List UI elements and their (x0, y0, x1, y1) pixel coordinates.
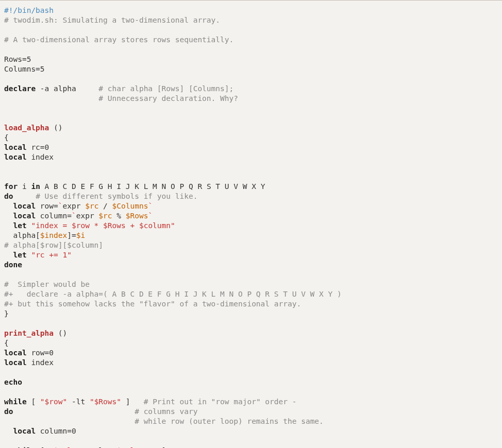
keyword-do: do (4, 192, 13, 200)
text: column= (36, 212, 72, 220)
keyword-while: while (4, 398, 27, 406)
keyword-declare: declare (4, 84, 36, 93)
pad (4, 212, 13, 220)
keyword-echo: echo (4, 378, 22, 386)
shebang-mark: #! (4, 6, 13, 14)
number: 0 (45, 143, 49, 151)
keyword-local: local (13, 202, 36, 210)
text: alpha[ (13, 231, 40, 239)
string: "$Rows" (90, 398, 121, 406)
keyword-local: local (4, 349, 27, 357)
pad (4, 94, 98, 102)
comment: # columns vary (135, 407, 197, 416)
backtick: ` (72, 212, 76, 220)
pad (4, 221, 13, 230)
comment: # char alpha [Rows] [Columns]; (98, 84, 233, 93)
comment: # twodim.sh: Simulating a two-dimensiona… (4, 16, 220, 24)
pad (13, 407, 135, 416)
brace: } (4, 309, 9, 318)
comment: #+ declare -a alpha=( A B C D E F G H I … (4, 290, 342, 298)
keyword-done: done (4, 261, 22, 269)
number: 5 (27, 55, 31, 63)
keyword-local: local (4, 143, 27, 151)
text: row= (36, 202, 58, 210)
variable: $Columns (112, 202, 148, 210)
brace: { (4, 133, 9, 142)
code-block: #!/bin/bash # twodim.sh: Simulating a tw… (4, 6, 498, 448)
text: / (98, 202, 112, 210)
pad (4, 231, 13, 239)
comment: #+ but this somehow lacks the "flavor" o… (4, 300, 301, 308)
keyword-local: local (13, 427, 36, 435)
string: "$row" (40, 398, 67, 406)
function-name: print_alpha (4, 329, 54, 337)
text: row= (27, 349, 49, 357)
number: 0 (72, 427, 76, 435)
text: rc= (27, 143, 45, 151)
text: expr (63, 202, 86, 210)
text: i (18, 182, 31, 191)
assign: Rows= (4, 55, 27, 63)
text: ] (121, 398, 144, 406)
pad (4, 202, 13, 210)
comment: # Print out in "row major" order - (144, 398, 297, 406)
text: index (27, 153, 54, 161)
text: -lt (67, 398, 90, 406)
variable: $rc (85, 202, 98, 210)
comment: # alpha[$row][$column] (4, 241, 103, 249)
variable: $Rows (126, 212, 148, 220)
function-name: load_alpha (4, 124, 49, 132)
keyword-do: do (4, 407, 13, 416)
text: column= (36, 427, 72, 435)
pad (4, 417, 135, 425)
comment: # Simpler would be (4, 280, 90, 288)
text: ]= (67, 231, 76, 239)
comment: # while row (outer loop) remains the sam… (135, 417, 324, 425)
backtick: ` (58, 202, 63, 210)
pad (4, 427, 13, 435)
keyword-local: local (4, 153, 27, 161)
text: A B C D E F G H I J K L M N O P Q R S T … (40, 182, 265, 191)
text: () (54, 329, 67, 337)
number: 5 (40, 65, 45, 73)
number: 0 (49, 349, 54, 357)
keyword-for: for (4, 182, 18, 191)
keyword-in: in (31, 182, 40, 191)
variable: $index (40, 231, 67, 239)
keyword-let: let (13, 251, 26, 259)
brace: { (4, 339, 9, 347)
comment: # Use different symbols if you like. (36, 192, 197, 200)
keyword-let: let (13, 221, 26, 230)
keyword-local: local (13, 212, 36, 220)
variable: $i (76, 231, 85, 239)
text: -a alpha (36, 84, 98, 93)
text: % (112, 212, 126, 220)
text: () (49, 124, 62, 132)
pad (4, 251, 13, 259)
text: index (27, 358, 54, 367)
shebang-path: /bin/bash (13, 6, 54, 14)
backtick: ` (148, 202, 153, 210)
comment: # A two-dimensional array stores rows se… (4, 36, 233, 44)
variable: $rc (98, 212, 112, 220)
string: "rc += 1" (31, 251, 72, 259)
assign: Columns= (4, 65, 40, 73)
string: "index = $row * $Rows + $column" (31, 221, 175, 230)
pad (13, 192, 36, 200)
text: [ (27, 398, 40, 406)
comment: # Unnecessary declaration. Why? (98, 94, 238, 102)
text: expr (76, 212, 99, 220)
backtick: ` (148, 212, 153, 220)
keyword-local: local (4, 358, 27, 367)
